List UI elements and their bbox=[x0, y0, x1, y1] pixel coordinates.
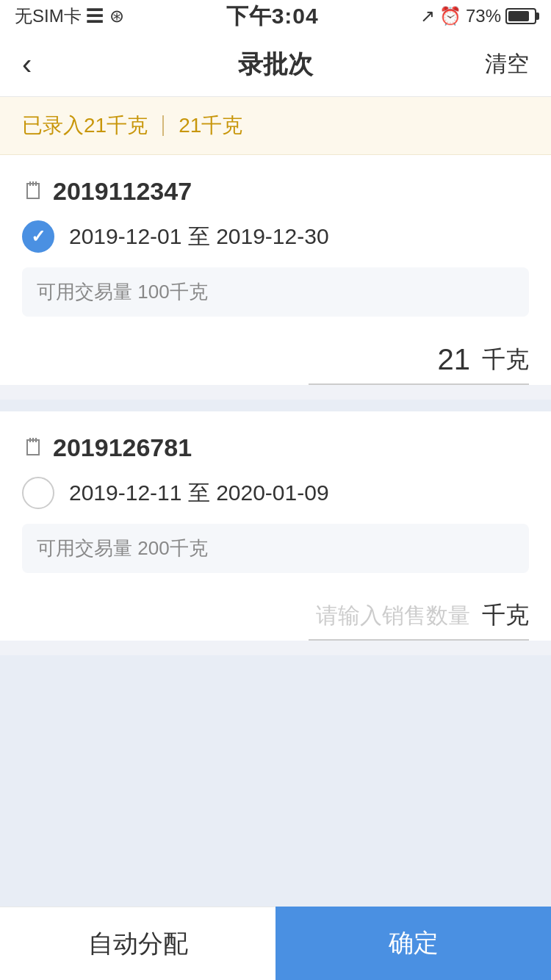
status-right: ↗ ⏰ 73% bbox=[420, 6, 536, 26]
bottom-bar: 自动分配 确定 bbox=[0, 907, 551, 980]
batch-date-1: 2019-12-01 至 2019-12-30 bbox=[69, 222, 329, 252]
status-left: 无SIM卡 ☰ ⊛ bbox=[15, 4, 124, 28]
batch-icon-1: 🗒 bbox=[22, 178, 46, 205]
check-icon-1: ✓ bbox=[31, 226, 46, 247]
empty-area bbox=[0, 655, 551, 949]
quantity-input-placeholder: 请输入销售数量 bbox=[316, 601, 470, 631]
batch-header-1: 🗒 2019112347 bbox=[0, 155, 551, 213]
quantity-unit-1: 千克 bbox=[482, 344, 529, 376]
quantity-underline-2 bbox=[309, 639, 529, 641]
status-time: 下午3:04 bbox=[226, 1, 319, 32]
confirm-button[interactable]: 确定 bbox=[276, 907, 551, 980]
radio-1[interactable]: ✓ bbox=[22, 220, 54, 253]
radio-2[interactable] bbox=[22, 477, 54, 509]
back-button[interactable]: ‹ bbox=[22, 48, 66, 81]
quantity-input-row: 请输入销售数量 千克 bbox=[0, 585, 551, 639]
nav-bar: ‹ 录批次 清空 bbox=[0, 32, 551, 97]
batch-avail-2: 可用交易量 200千克 bbox=[22, 524, 529, 573]
sim-label: 无SIM卡 ☰ bbox=[15, 4, 104, 28]
page-title: 录批次 bbox=[238, 48, 313, 82]
location-icon: ↗ bbox=[420, 6, 435, 26]
battery-icon bbox=[505, 8, 536, 24]
content-area: 已录入21千克 21千克 🗒 2019112347 ✓ 2019-12-01 至… bbox=[0, 97, 551, 980]
quantity-row-1: 21 千克 bbox=[0, 328, 551, 383]
batch-date-2: 2019-12-11 至 2020-01-09 bbox=[69, 478, 329, 508]
quantity-underline-1 bbox=[309, 383, 529, 385]
quantity-unit-2: 千克 bbox=[482, 599, 529, 632]
info-banner: 已录入21千克 21千克 bbox=[0, 97, 551, 155]
batch-avail-1: 可用交易量 100千克 bbox=[22, 267, 529, 317]
clear-button[interactable]: 清空 bbox=[485, 49, 529, 79]
batch-card-1: 🗒 2019112347 ✓ 2019-12-01 至 2019-12-30 可… bbox=[0, 155, 551, 385]
info-label: 已录入21千克 bbox=[22, 112, 148, 140]
wifi-icon: ⊛ bbox=[109, 6, 124, 26]
batch-row-1[interactable]: ✓ 2019-12-01 至 2019-12-30 bbox=[0, 213, 551, 260]
status-bar: 无SIM卡 ☰ ⊛ 下午3:04 ↗ ⏰ 73% bbox=[0, 0, 551, 32]
battery-percent: 73% bbox=[466, 6, 501, 26]
alarm-icon: ⏰ bbox=[439, 6, 461, 26]
section-divider bbox=[0, 400, 551, 411]
batch-id-2: 2019126781 bbox=[53, 433, 192, 462]
batch-card-2: 🗒 2019126781 2019-12-11 至 2020-01-09 可用交… bbox=[0, 411, 551, 641]
batch-row-2[interactable]: 2019-12-11 至 2020-01-09 bbox=[0, 469, 551, 516]
auto-distribute-button[interactable]: 自动分配 bbox=[0, 907, 276, 980]
quantity-value-1: 21 bbox=[438, 343, 471, 376]
batch-header-2: 🗒 2019126781 bbox=[0, 411, 551, 469]
batch-icon-2: 🗒 bbox=[22, 434, 46, 461]
batch-id-1: 2019112347 bbox=[53, 177, 192, 206]
info-value: 21千克 bbox=[179, 112, 242, 140]
info-divider bbox=[162, 115, 164, 136]
